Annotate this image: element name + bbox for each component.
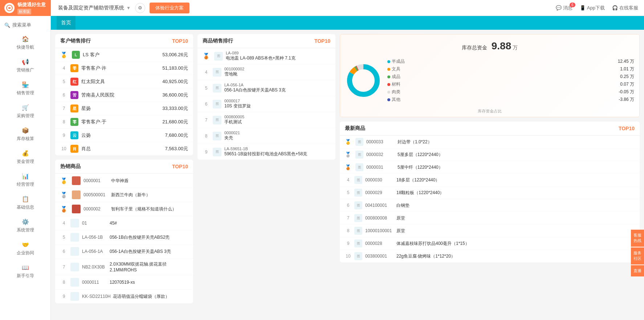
sales-icon: 🏪	[21, 81, 29, 89]
float-live-btn[interactable]: 直播	[631, 265, 644, 276]
sidebar-item-purchase[interactable]: 🛒 采购管理	[0, 100, 50, 123]
hot-rank-7: 7	[60, 264, 68, 270]
sidebar-item-quick-nav[interactable]: 🏠 快捷导航	[0, 31, 50, 54]
customer-name-5: 红太阳文具	[81, 78, 162, 85]
product-sales-ranking-header: 商品销售排行 TOP10	[197, 34, 335, 48]
customer-badge-10: 肖	[70, 145, 78, 153]
sidebar-item-basic-info[interactable]: 📋 基础信息	[0, 191, 50, 214]
customer-amount-6: 36,600.00元	[162, 92, 188, 98]
lp-rank-8: 8	[345, 228, 351, 233]
middle-column: 商品销售排行 TOP10 🥉 图 LA-089 电池盖 LA-0	[197, 34, 335, 316]
legend-item-2: 文具 1.01 万	[387, 65, 634, 73]
customer-ranking-top10: TOP10	[172, 38, 188, 44]
right-column: 库存总资金 9.88 万	[340, 34, 640, 316]
search-icon: 🔍	[4, 22, 10, 28]
hot-product-row-8: 8 0000011 12070519-xs	[55, 275, 193, 290]
headset-icon: 🎧	[612, 5, 618, 11]
ps-code-8: 0000021	[224, 131, 330, 135]
lp-code-2: 0000032	[366, 152, 395, 157]
sidebar-item-inventory[interactable]: 📦 库存核算	[0, 123, 50, 145]
main-content: 客户销售排行 TOP10 🥇 L LS 客户 53,006.26元	[51, 30, 644, 320]
hot-products-title: 热销商品	[60, 163, 81, 170]
sidebar-item-corp[interactable]: 🤝 企业协同	[0, 237, 50, 260]
messages-button[interactable]: 💬 消息 6	[556, 5, 572, 11]
hot-products-header: 热销商品 TOP10	[55, 160, 193, 174]
lp-code-4: 0000030	[365, 177, 394, 182]
lp-name-3: 5厘中纤（1220*2440）	[398, 164, 443, 171]
customer-badge-9: 云	[70, 131, 78, 139]
ps-name-9: 59651-1B旋转投影灯电池盒ABS黑色+58克	[224, 151, 330, 157]
product-sales-ranking-card: 商品销售排行 TOP10 🥉 图 LA-089 电池盖 LA-0	[197, 34, 335, 160]
ps-code-4: 001000002	[224, 67, 330, 71]
sidebar-item-marketing[interactable]: 📢 营销推广	[0, 54, 50, 77]
ps-code-5: LA-056-1A	[224, 83, 330, 87]
legend-item-4: 材料 0.07 万	[387, 81, 634, 88]
customer-rank-row-6: 6 苦 苦南县人民医院 36,600.00元	[55, 89, 193, 102]
system-icon: ⚙️	[21, 218, 29, 226]
sidebar-item-operation[interactable]: 📊 经营管理	[0, 168, 50, 191]
inventory-donut-chart	[345, 62, 382, 99]
lp-img-3: 图	[355, 163, 363, 171]
lp-name-7: 原堂	[396, 215, 405, 221]
hot-product-code-6: LA-056-1A	[82, 249, 107, 254]
lp-row-9: 9 图 0000028 体减嘉枝味苏打饮品400毫升（1*15）	[340, 237, 640, 250]
legend-item-6: 其他 -3.86 万	[387, 96, 634, 103]
hot-product-name-5: 056-1B白色按键开关壳ABS2壳	[110, 234, 188, 241]
dropdown-arrow-icon: ▼	[126, 5, 131, 11]
logo-badge: 标准版	[17, 9, 31, 15]
lp-row-4: 4 图 0000030 18多层（1220*2440）	[340, 174, 640, 186]
customer-name-4: 零售客户·许	[81, 65, 162, 71]
customer-amount-1: 53,006.26元	[162, 52, 188, 58]
trial-button[interactable]: 体验行业方案	[150, 3, 189, 13]
app-download-button[interactable]: 📱 App下载	[580, 5, 605, 11]
ps-img-9: 图	[213, 148, 221, 156]
lp-img-6: 图	[354, 201, 362, 209]
inventory-unit: 万	[513, 45, 518, 50]
lp-img-1: 图	[355, 138, 363, 146]
online-service-button[interactable]: 🎧 在线客服	[612, 5, 638, 11]
product-sales-top10: TOP10	[314, 38, 330, 44]
customer-badge-1: L	[72, 51, 80, 59]
legend-value-5: -0.05 万	[619, 89, 634, 95]
legend-dot-2	[387, 68, 390, 71]
ps-rank-4: 4	[203, 70, 210, 75]
sidebar-item-system[interactable]: ⚙️ 系统管理	[0, 214, 50, 237]
customer-ranking-header: 客户销售排行 TOP10	[55, 34, 193, 48]
ps-row-6: 6 图 0000017 10S 变扭罗旋	[197, 96, 335, 112]
hot-product-row-9: 9 KK-SD22110H 花语萌值温分蠕罐袋（厚款）	[55, 290, 193, 303]
ps-img-8: 图	[213, 132, 221, 140]
inventory-legend: 半成品 12.45 万 文具 1.01 万	[387, 58, 634, 103]
float-community-btn[interactable]: 服务 社区	[631, 247, 644, 264]
latest-products-list: 🥇 图 0000033 封边带（1.0*22） 🥈 图 0000032 5厘多层…	[340, 136, 640, 262]
ps-name-8: 夹壳	[224, 135, 330, 141]
sidebar: 🔍 搜索菜单 🏠 快捷导航 📢 营销推广 🏪 销售管理 🛒 采购管理 📦 库存核…	[0, 16, 51, 320]
hot-product-row-3: 🥉 0000002 智利车子里（规格不知道填什么）	[55, 202, 193, 216]
sidebar-label-finance: 资金管理	[17, 159, 34, 165]
hot-product-name-6: 056-1A白色按键开关盖ABS 3壳	[110, 249, 188, 255]
lp-name-5: 18颗粒板（1220*2440）	[396, 190, 444, 196]
hot-product-img-7	[70, 263, 79, 271]
settings-icon[interactable]: ⚙	[135, 3, 145, 13]
sidebar-item-guide[interactable]: 📖 新手引导	[0, 260, 50, 283]
home-tab[interactable]: 首页	[57, 16, 76, 30]
ps-code-9: LA-59651-1B	[224, 147, 330, 151]
sidebar-label-inventory: 库存核算	[17, 136, 34, 142]
lp-row-2: 🥈 图 0000032 5厘多层（1220*2440）	[340, 148, 640, 161]
legend-item-3: 成品 0.25 万	[387, 73, 634, 81]
float-service-btn[interactable]: 客服 热线	[631, 230, 644, 247]
customer-rank-row-5: 5 红 红太阳文具 40,925.00元	[55, 75, 193, 89]
hot-product-code-2: 000500001	[83, 192, 109, 197]
customer-amount-5: 40,925.00元	[162, 78, 188, 85]
hot-product-img-1	[72, 176, 81, 185]
messages-badge: 6	[570, 3, 575, 7]
lp-row-7: 7 图 000800008 原堂	[340, 212, 640, 225]
ps-img-3: 图	[214, 52, 223, 61]
hot-product-img-3	[72, 205, 81, 213]
system-selector[interactable]: 装备及固定资产辅助管理系统 ▼	[58, 5, 131, 11]
sidebar-item-sales[interactable]: 🏪 销售管理	[0, 77, 50, 100]
lp-rank-9: 9	[345, 241, 351, 246]
hot-medal-3-icon: 🥉	[60, 206, 68, 213]
logo-icon	[4, 3, 15, 13]
search-menu[interactable]: 🔍 搜索菜单	[0, 19, 50, 31]
sidebar-item-finance[interactable]: 💰 资金管理	[0, 145, 50, 168]
